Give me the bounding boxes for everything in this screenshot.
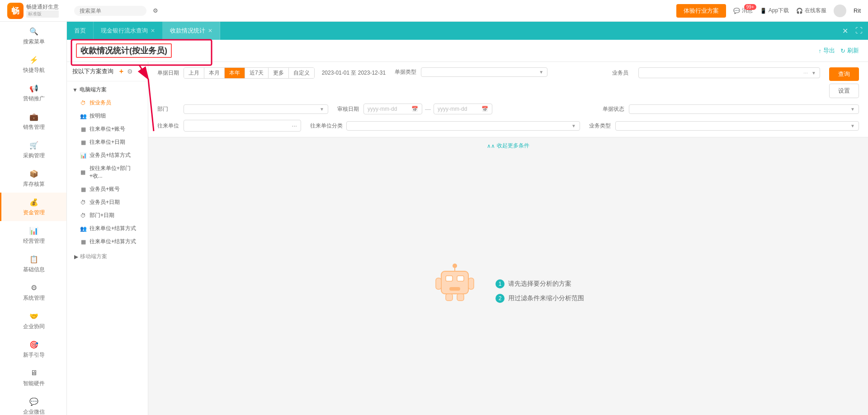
tree-group-desktop[interactable]: ▼ 电脑端方案 xyxy=(67,83,148,96)
sidebar-item-purchase[interactable]: 🛒 采购管理 xyxy=(0,136,66,164)
business-type-chevron: ▼ xyxy=(850,123,855,128)
sidebar-item-guide[interactable]: 🎯 新手引导 xyxy=(0,335,66,363)
tree-item-partner-dept[interactable]: ▦ 按往来单位+部门+收... xyxy=(67,162,148,183)
nav-settings[interactable]: ⚙ xyxy=(148,4,163,18)
review-date-end[interactable]: yyyy-mm-dd 📅 xyxy=(434,104,492,114)
app-download-label: App下载 xyxy=(769,7,789,14)
date-tab-this-month[interactable]: 本月 xyxy=(204,68,225,78)
review-date-end-placeholder: yyyy-mm-dd xyxy=(438,106,480,112)
date-tab-custom[interactable]: 自定义 xyxy=(289,68,314,78)
user-avatar[interactable] xyxy=(834,5,846,17)
online-service-item[interactable]: 🎧 在线客服 xyxy=(796,7,826,14)
partner-select[interactable]: ··· xyxy=(184,120,301,132)
sidebar-label-wechat: 企业微信 xyxy=(23,408,45,415)
sidebar-item-cooperation[interactable]: 🤝 企业协同 xyxy=(0,307,66,335)
tab-close-all-btn[interactable]: ✕ xyxy=(840,25,850,37)
export-label: 导出 xyxy=(823,47,835,55)
search-input[interactable] xyxy=(74,6,146,16)
tree-item-by-detail[interactable]: 👥 按明细 xyxy=(67,109,148,123)
doc-status-select[interactable]: ▼ xyxy=(629,104,859,114)
sidebar: 🔍 搜索菜单 ⚡ 快捷导航 📢 营销推广 💼 销售管理 🛒 采购管理 📦 库存核… xyxy=(0,22,67,415)
tree-item-partner-dept-label: 按往来单位+部门+收... xyxy=(90,165,142,180)
business-type-label: 业务类型 xyxy=(589,122,612,130)
trial-button[interactable]: 体验行业方案 xyxy=(676,4,726,18)
salesperson-label: 业务员 xyxy=(612,69,635,77)
tab-bank-close[interactable]: ✕ xyxy=(151,28,155,34)
scheme-icon-partner-dept: ▦ xyxy=(80,169,87,176)
sales-icon: 💼 xyxy=(29,112,39,122)
scheme-icon-salesperson: ⏱ xyxy=(80,99,87,107)
business-type-select[interactable]: ▼ xyxy=(615,121,859,131)
doc-type-select[interactable]: ▼ xyxy=(421,67,547,77)
top-right: 体验行业方案 💬 消息 99+ 📱 App下载 🎧 在线客服 Rit xyxy=(676,4,861,18)
review-date-start[interactable]: yyyy-mm-dd 📅 xyxy=(363,104,422,114)
system-icon: ⚙ xyxy=(29,283,39,292)
sidebar-item-basic[interactable]: 📋 基础信息 xyxy=(0,250,66,278)
sidebar-label-inventory: 库存核算 xyxy=(23,180,45,188)
partner-category-select[interactable]: ▼ xyxy=(346,121,580,131)
tree-item-salesperson-settlement[interactable]: 📊 业务员+结算方式 xyxy=(67,149,148,162)
empty-hint: 1 请先选择要分析的方案 2 用过滤条件来缩小分析范围 xyxy=(495,279,584,303)
hint-text-1: 请先选择要分析的方案 xyxy=(508,280,571,288)
date-tab-more[interactable]: 更多 xyxy=(269,68,289,78)
main-content: 首页 现金银行流水查询 ✕ 收款情况统计 ✕ ✕ ⛶ 收款情况统计(按业务员) … xyxy=(67,22,868,415)
partner-more-btn[interactable]: ··· xyxy=(292,122,297,129)
tab-home-label: 首页 xyxy=(74,27,86,35)
tab-bank[interactable]: 现金银行流水查询 ✕ xyxy=(94,22,163,40)
date-tab-last-month[interactable]: 上月 xyxy=(184,68,204,78)
tab-bank-label: 现金银行流水查询 xyxy=(101,27,148,35)
sidebar-item-shortcut[interactable]: ⚡ 快捷导航 xyxy=(0,50,66,79)
robot-illustration xyxy=(432,258,477,303)
sidebar-item-search[interactable]: 🔍 搜索菜单 xyxy=(0,22,66,50)
collapse-button[interactable]: ∧∧ 收起更多条件 xyxy=(487,142,529,150)
sidebar-label-sales: 销售管理 xyxy=(23,123,45,131)
date-range-text: 2023-01-01 至 2023-12-31 xyxy=(322,69,386,77)
collapse-row[interactable]: ∧∧ 收起更多条件 xyxy=(148,137,868,154)
tree-item-salesperson-date[interactable]: ⏱ 业务员+日期 xyxy=(67,196,148,209)
date-tab-this-year[interactable]: 本年 xyxy=(225,68,245,78)
sidebar-label-hardware: 智能硬件 xyxy=(23,380,45,387)
basic-icon: 📋 xyxy=(29,254,39,264)
collapse-arrow-icon: ∧∧ xyxy=(487,143,495,149)
dept-select[interactable]: ▼ xyxy=(184,104,328,114)
tree-item-partner-account[interactable]: ▦ 往来单位+账号 xyxy=(67,123,148,136)
username: Rit xyxy=(854,7,861,14)
scheme-settings-btn[interactable]: ⚙ xyxy=(126,66,134,76)
date-tabs: 上月 本月 本年 近7天 更多 自定义 xyxy=(184,67,315,79)
tree-item-by-salesperson[interactable]: ⏱ 按业务员 xyxy=(67,96,148,109)
tree-item-partner-settle1[interactable]: 👥 往来单位+结算方式 xyxy=(67,222,148,235)
sidebar-item-finance[interactable]: 💰 资金管理 xyxy=(0,193,66,221)
sidebar-item-system[interactable]: ⚙ 系统管理 xyxy=(0,278,66,307)
tree-item-partner-date[interactable]: ▦ 往来单位+日期 xyxy=(67,136,148,149)
panel-collapse-btn[interactable]: 《 xyxy=(136,66,142,76)
scheme-icon-partner-settle2: ▦ xyxy=(80,238,87,245)
settings-button[interactable]: 设置 xyxy=(829,84,859,98)
edition-badge: 标准版 xyxy=(26,10,59,18)
app-download-item[interactable]: 📱 App下载 xyxy=(760,7,789,14)
tree-item-salesperson-account[interactable]: ▦ 业务员+账号 xyxy=(67,183,148,196)
tree-item-partner-settle2[interactable]: ▦ 往来单位+结算方式 xyxy=(67,235,148,248)
sidebar-item-inventory[interactable]: 📦 库存核算 xyxy=(0,164,66,193)
tree-group-mobile[interactable]: ▶ 移动端方案 xyxy=(67,250,148,263)
refresh-button[interactable]: ↻ 刷新 xyxy=(840,47,859,55)
date-tab-7days[interactable]: 近7天 xyxy=(245,68,269,78)
sidebar-item-marketing[interactable]: 📢 营销推广 xyxy=(0,79,66,107)
tab-home[interactable]: 首页 xyxy=(67,22,94,40)
logo-text: 畅捷通好生意 xyxy=(26,4,59,11)
tree-item-dept-date[interactable]: ⏱ 部门+日期 xyxy=(67,209,148,222)
tab-collection[interactable]: 收款情况统计 ✕ xyxy=(163,22,220,40)
salesperson-select[interactable]: ··· ▼ xyxy=(638,67,820,78)
sidebar-label-finance: 资金管理 xyxy=(23,209,45,217)
query-button[interactable]: 查询 xyxy=(829,67,859,81)
tree-item-salesperson-date-label: 业务员+日期 xyxy=(90,198,120,206)
sidebar-item-hardware[interactable]: 🖥 智能硬件 xyxy=(0,363,66,392)
tab-maximize-btn[interactable]: ⛶ xyxy=(854,25,864,37)
notification-item[interactable]: 💬 消息 99+ xyxy=(733,7,753,14)
add-scheme-btn[interactable]: + xyxy=(118,66,124,76)
sidebar-item-sales[interactable]: 💼 销售管理 xyxy=(0,107,66,136)
date-label: 单据日期 xyxy=(157,69,180,77)
tab-collection-close[interactable]: ✕ xyxy=(208,28,212,34)
sidebar-item-operation[interactable]: 📊 经营管理 xyxy=(0,221,66,250)
export-button[interactable]: ↑ 导出 xyxy=(819,47,835,55)
sidebar-item-wechat[interactable]: 💬 企业微信 xyxy=(0,392,66,415)
